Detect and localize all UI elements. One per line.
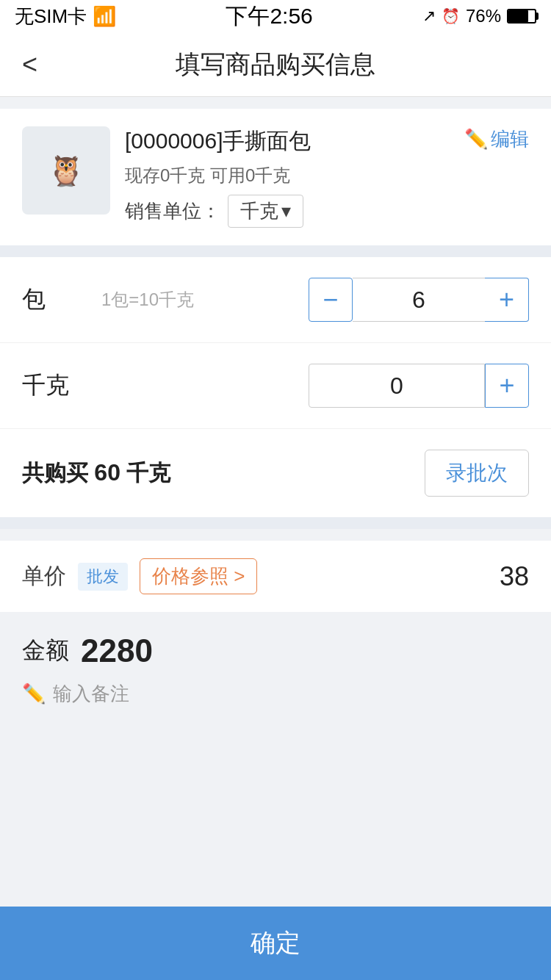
status-time: 下午2:56: [226, 1, 312, 32]
confirm-label: 确定: [251, 926, 300, 960]
amount-row: 金额 2280: [22, 633, 529, 669]
price-label: 单价: [22, 561, 66, 591]
edit-label: 编辑: [491, 126, 529, 152]
total-row: 共购买 60 千克 录批次: [0, 429, 551, 517]
bao-input[interactable]: [353, 278, 485, 322]
bao-minus-button[interactable]: −: [309, 278, 353, 322]
pencil-icon: ✏️: [22, 682, 46, 705]
total-text: 共购买 60 千克: [22, 458, 170, 489]
price-row: 单价 批发 价格参照 > 38: [22, 558, 529, 594]
bao-hint: 1包=10千克: [101, 288, 309, 311]
back-button[interactable]: <: [15, 42, 45, 87]
page-title: 填写商品购买信息: [176, 48, 375, 82]
confirm-button[interactable]: 确定: [0, 907, 551, 980]
product-image: 🦉: [22, 126, 110, 215]
product-name: [0000006]手撕面包: [125, 126, 450, 156]
edit-icon: ✏️: [464, 128, 488, 151]
price-tag: 批发: [78, 563, 128, 591]
amount-value: 2280: [81, 633, 153, 669]
product-card: 🦉 [0000006]手撕面包 现存0千克 可用0千克 销售单位： 千克 ▾ ✏…: [0, 109, 551, 245]
total-label: 共购买: [22, 461, 88, 485]
wifi-icon: 📶: [93, 5, 116, 28]
unit-label: 销售单位：: [125, 198, 220, 224]
kg-label: 千克: [22, 370, 96, 402]
amount-section: 金额 2280 ✏️ 输入备注: [0, 612, 551, 714]
main-content: 🦉 [0000006]手撕面包 现存0千克 可用0千克 销售单位： 千克 ▾ ✏…: [0, 97, 551, 980]
kg-input[interactable]: [309, 364, 485, 408]
carrier-text: 无SIM卡: [15, 4, 87, 29]
batch-button[interactable]: 录批次: [425, 450, 529, 497]
status-left: 无SIM卡 📶: [15, 4, 116, 29]
remark-row[interactable]: ✏️ 输入备注: [22, 681, 529, 707]
product-stock: 现存0千克 可用0千克: [125, 164, 450, 187]
status-bar: 无SIM卡 📶 下午2:56 ↗ ⏰ 76%: [0, 0, 551, 32]
total-unit-value: 千克: [126, 461, 170, 485]
total-amount-value: 60: [94, 459, 120, 486]
edit-button[interactable]: ✏️ 编辑: [464, 126, 529, 152]
separator-2: [0, 517, 551, 529]
product-info: [0000006]手撕面包 现存0千克 可用0千克 销售单位： 千克 ▾: [125, 126, 450, 228]
input-section: 包 1包=10千克 − + 千克 +: [0, 257, 551, 429]
kg-stepper: +: [309, 364, 529, 408]
unit-select[interactable]: 千克 ▾: [228, 195, 303, 228]
kg-plus-button[interactable]: +: [485, 364, 529, 408]
spacer: [0, 714, 551, 907]
nav-bar: < 填写商品购买信息: [0, 32, 551, 97]
product-unit-row: 销售单位： 千克 ▾: [125, 195, 450, 228]
location-icon: ↗: [422, 7, 436, 26]
price-value: 38: [500, 561, 529, 592]
bao-row: 包 1包=10千克 − +: [0, 257, 551, 343]
price-section: 单价 批发 价格参照 > 38: [0, 541, 551, 612]
unit-value: 千克: [240, 198, 278, 224]
amount-label: 金额: [22, 635, 69, 667]
chevron-down-icon: ▾: [281, 200, 291, 223]
bao-label: 包: [22, 284, 96, 316]
kg-row: 千克 +: [0, 343, 551, 429]
remark-placeholder: 输入备注: [53, 681, 129, 707]
status-right: ↗ ⏰ 76%: [422, 6, 536, 26]
battery-percent: 76%: [466, 6, 501, 26]
separator-1: [0, 245, 551, 257]
bao-plus-button[interactable]: +: [485, 278, 529, 322]
price-ref-button[interactable]: 价格参照 >: [140, 558, 257, 594]
product-logo: 🦉: [48, 154, 84, 188]
battery-icon: [507, 9, 536, 24]
product-actions: ✏️ 编辑: [464, 126, 529, 152]
alarm-icon: ⏰: [442, 7, 460, 25]
bao-stepper: − +: [309, 278, 529, 322]
